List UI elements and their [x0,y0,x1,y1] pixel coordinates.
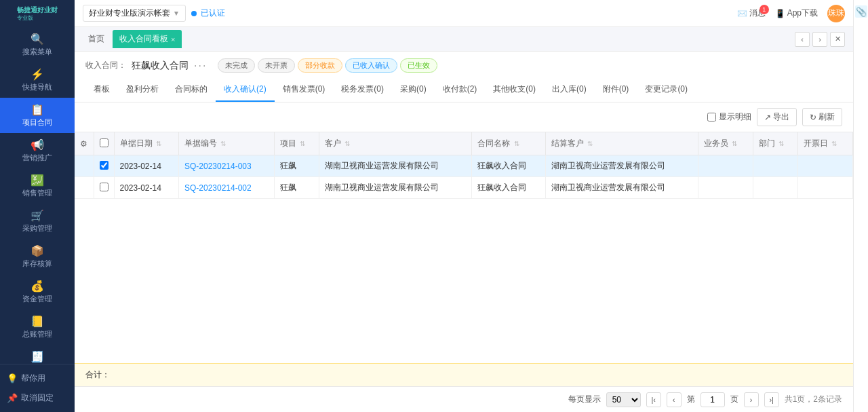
sort-icon-salesman[interactable]: ⇅ [732,140,737,147]
sidebar-item-label-marketing: 营销推广 [22,153,52,162]
sort-icon-invoice[interactable]: ⇅ [831,140,837,147]
right-panel-icon-active[interactable]: 📎 [855,5,867,18]
tab-close-button[interactable]: ✕ [830,32,845,47]
settings-col-header[interactable]: ⚙ [75,132,94,155]
prev-page-button[interactable]: ‹ [667,392,682,407]
app-download-label: App下载 [787,7,818,19]
page-input[interactable] [701,392,725,407]
sub-tab-看板[interactable]: 看板 [85,78,118,102]
sidebar-item-label-inventory: 库存核算 [22,259,52,268]
status-btn-部分收款[interactable]: 部分收款 [298,58,342,73]
sidebar-item-sales[interactable]: 💹销售管理 [0,168,75,204]
sort-icon-contract[interactable]: ⇅ [514,140,519,147]
status-buttons: 未完成未开票部分收款已收入确认已生效 [218,58,437,73]
first-page-button[interactable]: |‹ [646,392,661,407]
pagination: 每页显示 50 100 200 |‹ ‹ 第 页 › ›| 共1页，2条记录 [75,386,853,412]
sidebar-item-project-contract[interactable]: 📋项目合同 [0,98,75,133]
sidebar-item-marketing[interactable]: 📢营销推广 [0,133,75,168]
row-customer-1: 湖南卫视商业运营发展有限公司 [319,177,472,199]
sub-tab-收入确认[interactable]: 收入确认(2) [216,78,275,102]
sidebar-bottom-help[interactable]: 💡帮你用 [0,369,75,388]
inventory-icon: 📦 [31,244,44,257]
avatar[interactable]: 珠珠 [827,5,845,22]
export-button[interactable]: ↗ 导出 [757,108,797,126]
refresh-button[interactable]: ↻ 刷新 [802,108,842,126]
row-settings-0 [75,155,94,177]
show-detail-checkbox[interactable]: 显示明细 [707,111,751,123]
tab-home[interactable]: 首页 [83,31,110,48]
invoice-icon: 🧾 [31,350,44,363]
sidebar-item-label-capital: 资金管理 [22,295,52,303]
search-icon: 🔍 [31,33,44,45]
sub-tab-税务发票[interactable]: 税务发票(0) [333,78,392,102]
sidebar-item-capital[interactable]: 💰资金管理 [0,274,75,310]
row-select-checkbox-0[interactable] [100,161,108,170]
sidebar-item-label-purchase: 采购管理 [22,224,52,233]
sort-icon-orderno[interactable]: ⇅ [220,140,226,147]
table-row: 2023-02-14 SQ-20230214-003 狂飙 湖南卫视商业运营发展… [75,155,853,177]
sub-tab-合同标的[interactable]: 合同标的 [167,78,216,102]
show-detail-input[interactable] [707,113,716,121]
toolbar: 显示明细 ↗ 导出 ↻ 刷新 [75,102,853,132]
sort-icon-dept[interactable]: ⇅ [778,140,784,147]
order-link-1[interactable]: SQ-20230214-002 [184,183,252,193]
sidebar-item-general-ledger[interactable]: 📒总账管理 [0,310,75,345]
page-label: 页 [730,394,738,405]
company-name: 好业财专业版演示帐套 [89,7,170,19]
status-btn-已生效[interactable]: 已生效 [400,58,437,73]
more-options-icon[interactable]: ··· [194,60,207,72]
select-all-checkbox[interactable] [100,138,108,147]
order-link-0[interactable]: SQ-20230214-003 [184,162,252,171]
sort-icon-project[interactable]: ⇅ [300,140,305,147]
sidebar-bottom-pin[interactable]: 📌取消固定 [0,388,75,408]
tab-label: 收入合同看板 [119,33,168,45]
sidebar-item-label-general-ledger: 总账管理 [22,330,52,339]
sidebar-item-search[interactable]: 🔍搜索菜单 [0,27,75,62]
last-page-button[interactable]: ›| [764,392,779,407]
status-btn-未完成[interactable]: 未完成 [218,58,255,73]
th-customer: 客户 ⇅ [319,132,472,155]
sidebar-item-purchase[interactable]: 🛒采购管理 [0,204,75,239]
tab-next-button[interactable]: › [812,32,827,47]
sort-icon-settlement[interactable]: ⇅ [587,140,593,147]
sub-tab-收付款[interactable]: 收付款(2) [435,78,486,102]
sub-tab-其他收支[interactable]: 其他收支(0) [485,78,544,102]
sort-icon-date[interactable]: ⇅ [156,140,161,147]
status-btn-未开票[interactable]: 未开票 [258,58,295,73]
sub-tab-盈利分析[interactable]: 盈利分析 [118,78,167,102]
row-checkbox-0[interactable] [94,155,114,177]
sub-tab-附件[interactable]: 附件(0) [595,78,637,102]
sidebar: 畅捷通好业财 专业版 🔍搜索菜单⚡快捷导航📋项目合同📢营销推广💹销售管理🛒采购管… [0,0,75,412]
row-settlement-1: 湖南卫视商业运营发展有限公司 [545,177,698,199]
message-action[interactable]: ✉️ 消息 1 [737,7,766,19]
sub-tab-销售发票[interactable]: 销售发票(0) [275,78,334,102]
status-btn-已收入确认[interactable]: 已收入确认 [345,58,397,73]
th-contract-name: 合同名称 ⇅ [472,132,545,155]
next-page-button[interactable]: › [744,392,759,407]
sub-tab-变更记录[interactable]: 变更记录(0) [637,78,696,102]
tab-close-icon[interactable]: × [171,35,175,43]
tab-contract-board[interactable]: 收入合同看板 × [113,30,182,48]
sub-tab-采购[interactable]: 采购(0) [392,78,435,102]
project-contract-icon: 📋 [31,103,44,116]
row-dept-0 [753,155,797,177]
sidebar-bottom-label-help: 帮你用 [21,373,45,384]
sidebar-item-invoice[interactable]: 🧾发票管理 [0,345,75,364]
row-invoicedate-1 [798,177,853,199]
row-select-checkbox-1[interactable] [100,183,108,191]
sidebar-item-inventory[interactable]: 📦库存核算 [0,239,75,274]
row-checkbox-1[interactable] [94,177,114,199]
export-label: 导出 [773,111,789,123]
sub-tab-出入库[interactable]: 出入库(0) [544,78,595,102]
per-page-select[interactable]: 50 100 200 [606,392,641,407]
app-download-action[interactable]: 📱 App下载 [775,7,818,19]
th-project: 项目 ⇅ [274,132,319,155]
sales-icon: 💹 [31,174,44,187]
tab-prev-button[interactable]: ‹ [795,32,810,47]
row-date-1: 2023-02-14 [114,177,178,199]
sidebar-item-quick-nav[interactable]: ⚡快捷导航 [0,62,75,98]
sort-icon-customer[interactable]: ⇅ [344,140,350,147]
capital-icon: 💰 [31,280,44,293]
certified-text: 已认证 [201,7,225,19]
company-selector[interactable]: 好业财专业版演示帐套 ▼ [83,5,186,22]
